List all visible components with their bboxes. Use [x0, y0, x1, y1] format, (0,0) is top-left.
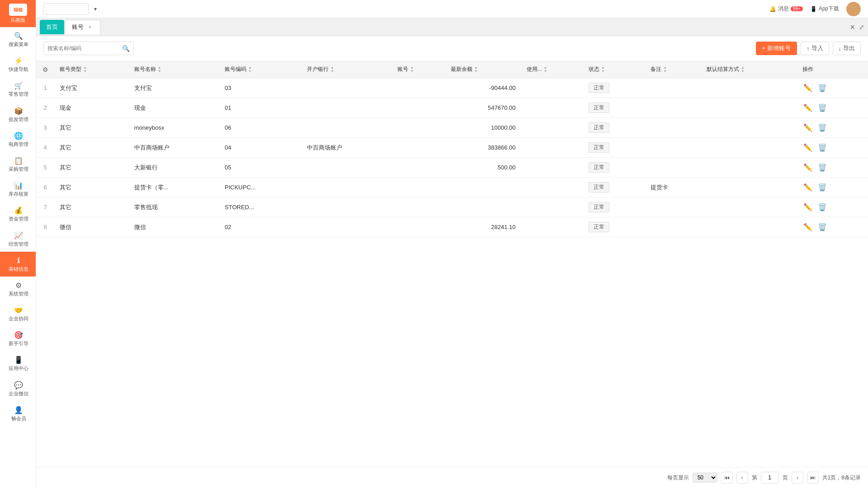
row-code: PICKUPC... — [219, 178, 302, 197]
delete-button[interactable]: 🗑️ — [817, 122, 828, 133]
sidebar-item-ecommerce[interactable]: 🌐 电商管理 — [0, 127, 36, 152]
row-bank — [302, 98, 392, 118]
delete-button[interactable]: 🗑️ — [817, 182, 828, 192]
row-balance: 547670.00 — [445, 98, 521, 118]
main-area: ▾ 🔔 消息 99+ 📱 App下载 首页 账号 × ✕ ⤢ — [36, 0, 868, 488]
edit-button[interactable]: ✏️ — [802, 103, 813, 113]
edit-button[interactable]: ✏️ — [802, 122, 813, 133]
row-default-payment — [701, 78, 797, 98]
delete-button[interactable]: 🗑️ — [817, 202, 828, 212]
tab-close-all-button[interactable]: ✕ — [850, 23, 855, 31]
search-box: 🔍 — [43, 42, 134, 55]
user-avatar[interactable] — [846, 2, 861, 16]
content-area: 🔍 + 新增账号 ↑ 导入 ↓ 导出 — [36, 36, 868, 488]
sidebar-item-wholesale[interactable]: 📦 批发管理 — [0, 102, 36, 127]
top-search-input[interactable] — [43, 3, 89, 15]
row-balance: 28241.10 — [445, 217, 521, 237]
sidebar-item-label: 库存核算 — [9, 191, 28, 197]
first-page-button[interactable]: ⏮ — [721, 472, 733, 483]
page-suffix: 页 — [783, 474, 788, 482]
delete-button[interactable]: 🗑️ — [817, 83, 828, 93]
sidebar-item-retail[interactable]: 🛒 零售管理 — [0, 77, 36, 102]
edit-button[interactable]: ✏️ — [802, 202, 813, 212]
system-icon: ⚙ — [15, 281, 22, 290]
sidebar-item-inventory[interactable]: 📊 库存核算 — [0, 177, 36, 202]
toolbar-left: 🔍 — [43, 42, 134, 55]
sidebar-item-wechat[interactable]: 💬 企业微信 — [0, 376, 36, 401]
row-num: 5 — [36, 158, 54, 178]
col-remark: 备注▲▼ — [645, 61, 701, 78]
row-name: 零售抵现 — [129, 197, 219, 217]
app-download-label: App下载 — [819, 5, 839, 13]
sidebar-item-enterprise[interactable]: 🤝 企业协同 — [0, 301, 36, 326]
row-code: 02 — [219, 217, 302, 237]
row-usage — [521, 118, 583, 138]
purchase-icon: 📋 — [14, 156, 23, 165]
sidebar-item-basic[interactable]: ℹ 基础信息 — [0, 252, 36, 277]
row-bank — [302, 158, 392, 178]
page-input[interactable] — [761, 472, 779, 483]
edit-button[interactable]: ✏️ — [802, 222, 813, 232]
delete-button[interactable]: 🗑️ — [817, 222, 828, 232]
per-page-select[interactable]: 50 100 200 — [693, 473, 717, 483]
search-input[interactable] — [47, 45, 122, 52]
sidebar-item-guide[interactable]: 🎯 新手引导 — [0, 326, 36, 351]
shortcut-icon: ⚡ — [14, 56, 23, 65]
edit-button[interactable]: ✏️ — [802, 83, 813, 93]
prev-page-button[interactable]: ‹ — [736, 472, 748, 483]
row-remark — [645, 217, 701, 237]
sidebar-item-label: 畅会员 — [11, 416, 26, 422]
dropdown-arrow: ▾ — [94, 6, 97, 12]
tab-bar-actions: ✕ ⤢ — [850, 23, 864, 31]
page-label: 第 — [752, 474, 757, 482]
sidebar-item-purchase[interactable]: 📋 采购管理 — [0, 152, 36, 177]
next-page-button[interactable]: › — [792, 472, 803, 483]
row-remark — [645, 78, 701, 98]
enterprise-icon: 🤝 — [14, 306, 23, 314]
ecommerce-icon: 🌐 — [14, 131, 23, 140]
row-code: STORED... — [219, 197, 302, 217]
sidebar-item-system[interactable]: ⚙ 系统管理 — [0, 277, 36, 301]
tab-close-icon[interactable]: × — [86, 23, 94, 31]
table-row: 4 其它 中百商场账户 04 中百商场账户 383866.00 正常 ✏️ 🗑️ — [36, 138, 868, 158]
export-button[interactable]: ↓ 导出 — [833, 42, 861, 55]
app-download-button[interactable]: 📱 App下载 — [810, 5, 839, 13]
row-type: 其它 — [54, 118, 129, 138]
delete-button[interactable]: 🗑️ — [817, 162, 828, 173]
delete-button[interactable]: 🗑️ — [817, 103, 828, 113]
tab-expand-button[interactable]: ⤢ — [859, 23, 864, 31]
row-default-payment — [701, 138, 797, 158]
row-usage — [521, 158, 583, 178]
sidebar-item-member[interactable]: 👤 畅会员 — [0, 401, 36, 426]
table-container: ⚙ 账号类型▲▼ 账号名称▲▼ 账号编码▲▼ 开户银行▲▼ 账号▲▼ 最新余额▲… — [36, 61, 868, 467]
notification-button[interactable]: 🔔 消息 99+ — [769, 5, 803, 13]
sidebar-item-operation[interactable]: 📈 经营管理 — [0, 227, 36, 252]
add-account-button[interactable]: + 新增账号 — [756, 42, 797, 55]
edit-button[interactable]: ✏️ — [802, 162, 813, 173]
tab-account[interactable]: 账号 × — [65, 20, 100, 34]
row-actions: ✏️ 🗑️ — [797, 178, 868, 197]
edit-button[interactable]: ✏️ — [802, 182, 813, 192]
sidebar-item-shortcut[interactable]: ⚡ 快捷导航 — [0, 52, 36, 77]
table-row: 6 其它 提货卡（零... PICKUPC... 正常 提货卡 ✏️ 🗑️ — [36, 178, 868, 197]
edit-button[interactable]: ✏️ — [802, 142, 813, 153]
search-icon[interactable]: 🔍 — [122, 45, 130, 52]
row-balance: 500.00 — [445, 158, 521, 178]
sidebar-item-search[interactable]: 🔍 搜索菜单 — [0, 27, 36, 52]
last-page-button[interactable]: ⏭ — [807, 472, 819, 483]
row-account — [392, 217, 445, 237]
tab-home[interactable]: 首页 — [40, 20, 64, 34]
col-usage: 使用...▲▼ — [521, 61, 583, 78]
col-name: 账号名称▲▼ — [129, 61, 219, 78]
header-dropdown[interactable]: ▾ — [94, 6, 97, 12]
row-code: 05 — [219, 158, 302, 178]
column-settings-icon[interactable]: ⚙ — [42, 66, 48, 73]
sidebar-item-finance[interactable]: 💰 资金管理 — [0, 202, 36, 226]
sidebar-item-appcenter[interactable]: 📱 应用中心 — [0, 351, 36, 376]
import-button[interactable]: ↑ 导入 — [801, 42, 829, 55]
delete-button[interactable]: 🗑️ — [817, 142, 828, 153]
col-balance: 最新余额▲▼ — [445, 61, 521, 78]
col-type: 账号类型▲▼ — [54, 61, 129, 78]
row-usage — [521, 98, 583, 118]
notification-badge: 99+ — [791, 6, 803, 11]
